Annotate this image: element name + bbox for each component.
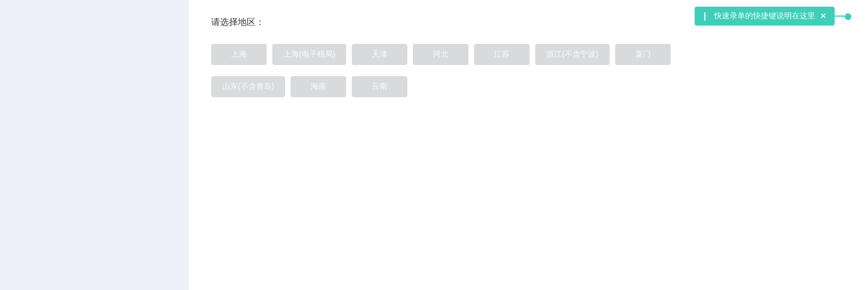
- tooltip-banner: 快速录单的快捷键说明在这里 ×: [695, 7, 835, 26]
- region-btn-tianjin[interactable]: 天津: [352, 44, 407, 65]
- region-btn-shanghai-etax[interactable]: 上海(电子税局): [272, 44, 346, 65]
- main-content: 请选择地区： 上海 上海(电子税局) 天津 河北 江苏 浙江(不含宁波) 厦门 …: [189, 0, 868, 290]
- region-btn-yunnan[interactable]: 云南: [352, 76, 407, 97]
- region-buttons-container: 上海 上海(电子税局) 天津 河北 江苏 浙江(不含宁波) 厦门 山东(不含青岛…: [211, 44, 846, 103]
- region-btn-xiamen[interactable]: 厦门: [615, 44, 671, 65]
- region-btn-zhejiang[interactable]: 浙江(不含宁波): [535, 44, 609, 65]
- region-btn-shanghai[interactable]: 上海: [211, 44, 267, 65]
- tooltip-connector-line: [834, 16, 845, 17]
- region-btn-shandong[interactable]: 山东(不含青岛): [211, 76, 285, 97]
- region-btn-jiangsu[interactable]: 江苏: [474, 44, 530, 65]
- tooltip-connector-dot: [845, 13, 851, 20]
- region-btn-hainan[interactable]: 海南: [291, 76, 346, 97]
- region-btn-hebei[interactable]: 河北: [413, 44, 468, 65]
- region-row-2: 山东(不含青岛) 海南 云南: [211, 76, 407, 97]
- left-sidebar: [0, 0, 189, 290]
- tooltip-text: 快速录单的快捷键说明在这里: [714, 11, 815, 21]
- tooltip-close-button[interactable]: ×: [821, 12, 826, 21]
- region-row-1: 上海 上海(电子税局) 天津 河北 江苏 浙江(不含宁波) 厦门: [211, 44, 671, 65]
